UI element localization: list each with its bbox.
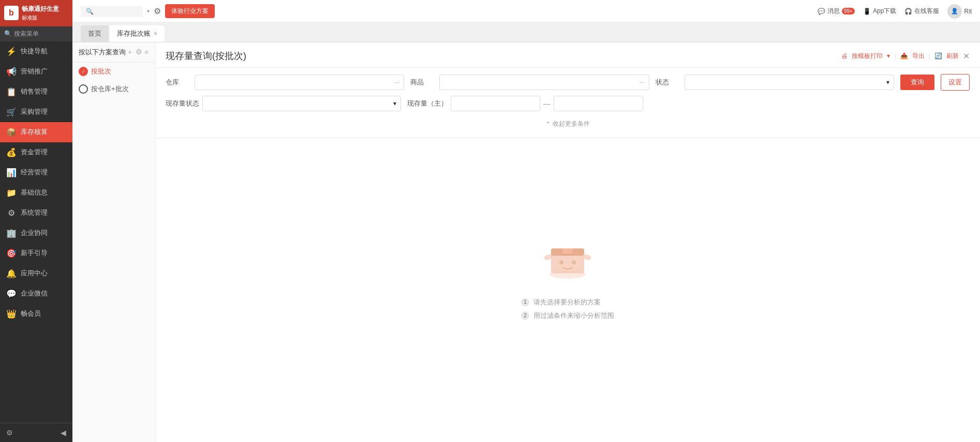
status-select[interactable]: ▾ [685, 75, 894, 90]
scheme-item-by-warehouse-batch[interactable]: 按仓库+批次 [72, 80, 155, 98]
basic-icon: 📁 [6, 188, 17, 198]
close-right-panel-btn[interactable]: ✕ [963, 51, 970, 61]
empty-tip-2: 2 用过滤条件来缩小分析范围 [521, 311, 614, 320]
sidebar-item-label: 基础信息 [21, 188, 48, 197]
user-avatar: 👤 [947, 4, 962, 19]
print-template-link[interactable]: 按模板打印 [852, 52, 883, 61]
tab-batch-label: 库存批次账 [117, 29, 151, 38]
sidebar-item-inventory[interactable]: 📦 库存核算 [0, 122, 72, 142]
warehouse-label: 仓库 [166, 78, 191, 87]
sidebar-item-member[interactable]: 👑 畅会员 [0, 304, 72, 324]
sidebar-item-basic[interactable]: 📁 基础信息 [0, 183, 72, 203]
warehouse-input[interactable]: ··· [195, 75, 404, 90]
sidebar: b 畅康通好生意 标准版 🔍 搜索菜单 ⚡ 快捷导航 📢 营销推广 📋 销售管理… [0, 0, 72, 442]
warehouse-filter-group: 仓库 ··· [166, 75, 404, 90]
online-service-label: 在线客服 [914, 7, 939, 16]
wxwork-icon: 💬 [6, 289, 17, 299]
topbar-right: 💬 消息 99+ 📱 App下载 🎧 在线客服 👤 Rit [818, 4, 972, 19]
sidebar-item-finance[interactable]: 💰 资金管理 [0, 142, 72, 163]
sidebar-item-label: 应用中心 [21, 269, 48, 278]
page-title: 现存量查询(按批次) [166, 50, 246, 62]
collapse-panel-icon[interactable]: « [144, 48, 149, 57]
svg-point-6 [572, 260, 576, 264]
export-link[interactable]: 导出 [912, 52, 925, 61]
sidebar-item-system[interactable]: ⚙ 系统管理 [0, 203, 72, 223]
tab-batch-close[interactable]: × [154, 31, 157, 37]
settings-button[interactable]: 设置 [941, 74, 970, 91]
sidebar-item-purchase[interactable]: 🛒 采购管理 [0, 102, 72, 122]
svg-point-5 [559, 260, 563, 264]
sidebar-item-marketing[interactable]: 📢 营销推广 [0, 62, 72, 82]
product-dots: ··· [640, 79, 645, 86]
stock-status-select[interactable]: ▾ [202, 96, 401, 111]
app-download-label: App下载 [873, 7, 896, 16]
inventory-icon: 📦 [6, 127, 17, 137]
tab-home[interactable]: 首页 [81, 25, 109, 42]
left-panel-actions: ＋ ⚙ « [126, 48, 149, 57]
sidebar-item-label: 畅会员 [21, 309, 41, 318]
sidebar-item-appstore[interactable]: 🔔 应用中心 [0, 263, 72, 284]
sidebar-search-label: 搜索菜单 [14, 30, 39, 38]
search-icon: 🔍 [4, 30, 12, 37]
stock-qty-min-input[interactable] [451, 96, 540, 111]
filter-area: 仓库 ··· 商品 ··· 状态 [155, 68, 980, 138]
add-scheme-icon[interactable]: ＋ [126, 48, 133, 57]
refresh-link[interactable]: 刷新 [946, 52, 959, 61]
operation-icon: 📊 [6, 168, 17, 178]
enterprise-icon: 🏢 [6, 228, 17, 238]
topbar-search-box[interactable]: 🔍 [81, 6, 143, 17]
sidebar-item-wxwork[interactable]: 💬 企业微信 [0, 284, 72, 304]
messages-badge: 99+ [842, 8, 855, 14]
right-content: 现存量查询(按批次) 🖨 按模板打印 ▾ | 📤 导出 | 🔄 刷新 ✕ [155, 42, 980, 442]
sidebar-item-enterprise[interactable]: 🏢 企业协同 [0, 223, 72, 243]
sidebar-item-operation[interactable]: 📊 经营管理 [0, 163, 72, 183]
topbar-search-icon: 🔍 [86, 8, 94, 15]
query-button[interactable]: 查询 [900, 75, 934, 90]
sidebar-settings-icon[interactable]: ⚙ [6, 429, 13, 437]
topbar-chevron-icon[interactable]: ▾ [147, 8, 150, 14]
stock-qty-max-input[interactable] [554, 96, 643, 111]
sidebar-item-label: 库存核算 [21, 127, 48, 137]
member-icon: 👑 [6, 309, 17, 319]
online-service-group[interactable]: 🎧 在线客服 [904, 7, 939, 16]
scheme-item-by-batch[interactable]: ✓ 按批次 [72, 63, 155, 80]
quick-nav-icon: ⚡ [6, 47, 17, 56]
scheme-settings-icon[interactable]: ⚙ [136, 48, 142, 57]
system-icon: ⚙ [6, 208, 17, 218]
print-icon: 🖨 [841, 52, 848, 60]
tab-batch[interactable]: 库存批次账 × [110, 25, 165, 42]
sidebar-item-label: 系统管理 [21, 208, 48, 217]
user-name: Rit [964, 8, 972, 15]
messages-group[interactable]: 💬 消息 99+ [818, 7, 855, 16]
stock-status-filter-group: 现存量状态 ▾ [166, 96, 401, 111]
status-filter-group: 状态 ▾ [656, 75, 894, 90]
tip-2-text: 用过滤条件来缩小分析范围 [533, 311, 614, 320]
collapse-row[interactable]: ⌃ 收起更多条件 [166, 116, 970, 131]
scheme-label: 按批次 [91, 67, 111, 76]
guide-icon: 🎯 [6, 248, 17, 258]
product-input[interactable]: ··· [439, 75, 649, 90]
refresh-icon: 🔄 [934, 52, 942, 60]
chevron-print-icon[interactable]: ▾ [887, 52, 890, 60]
sidebar-item-label: 企业微信 [21, 289, 48, 298]
sidebar-collapse-icon[interactable]: ◀ [61, 429, 66, 437]
user-group[interactable]: 👤 Rit [947, 4, 972, 19]
app-name-group: 畅康通好生意 标准版 [22, 5, 59, 21]
app-name: 畅康通好生意 [22, 5, 59, 13]
logo-letter: b [9, 8, 14, 18]
experience-button[interactable]: 体验行业方案 [165, 4, 215, 18]
stock-qty-label: 现存量（主） [407, 99, 448, 108]
sidebar-header: b 畅康通好生意 标准版 [0, 0, 72, 26]
status-chevron-icon: ▾ [886, 79, 889, 86]
topbar: 🔍 ▾ ⚙ 体验行业方案 💬 消息 99+ 📱 App下载 🎧 在线客服 👤 [72, 0, 980, 23]
sidebar-item-sales[interactable]: 📋 销售管理 [0, 82, 72, 102]
left-panel-title: 按以下方案查询 [79, 48, 126, 57]
collapse-chevron-icon: ⌃ [545, 121, 551, 128]
collapse-label: 收起更多条件 [553, 120, 590, 128]
app-download-group[interactable]: 📱 App下载 [863, 7, 896, 16]
sidebar-search[interactable]: 🔍 搜索菜单 [0, 26, 72, 41]
topbar-settings-icon[interactable]: ⚙ [154, 6, 161, 16]
sidebar-item-quick-nav[interactable]: ⚡ 快捷导航 [0, 41, 72, 62]
sidebar-item-guide[interactable]: 🎯 新手引导 [0, 243, 72, 263]
filter-row-2: 现存量状态 ▾ 现存量（主） — [166, 96, 970, 111]
